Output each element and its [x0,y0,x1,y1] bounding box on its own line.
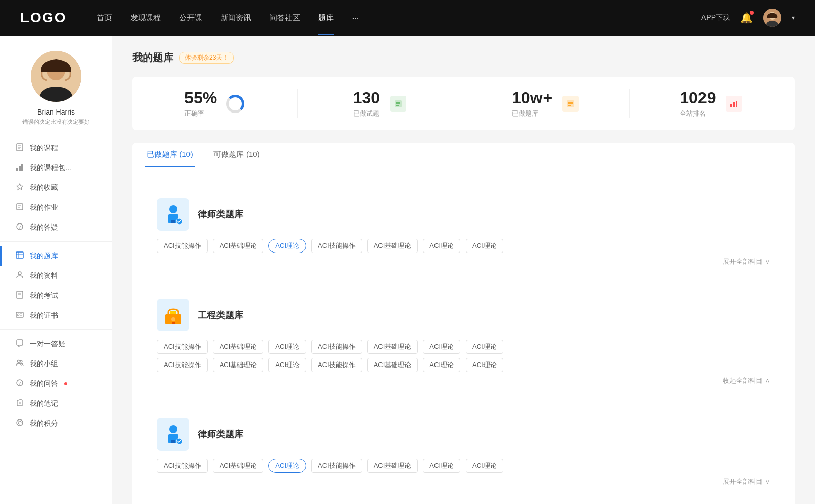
qbank-3-tag-4[interactable]: ACI基础理论 [367,459,418,473]
svg-point-31 [20,360,22,362]
donut-chart-icon [226,95,244,113]
sidebar-item-notes[interactable]: 我的笔记 [0,394,112,413]
sidebar-divider-2 [0,329,112,330]
profile-icon [15,271,24,281]
sidebar-item-homework[interactable]: 我的作业 [0,198,112,217]
svg-rect-19 [16,252,23,258]
nav-logo: LOGO [20,10,66,26]
qbank-1-icon [157,198,189,231]
qbank-1-tags: ACI技能操作 ACI基础理论 ACI理论 ACI技能操作 ACI基础理论 AC… [157,239,770,253]
qbank-1-expand[interactable]: 展开全部科目 ∨ [157,257,770,266]
sidebar-item-points[interactable]: 我的积分 [0,413,112,433]
qbank-3-tag-3[interactable]: ACI技能操作 [311,459,362,473]
sidebar-item-qbank[interactable]: 我的题库 [0,246,112,266]
qbank-2-tag-r2-0[interactable]: ACI技能操作 [157,358,208,372]
qbank-icon [15,251,24,261]
sidebar-item-groups[interactable]: 我的小组 [0,354,112,374]
qbank-3-expand[interactable]: 展开全部科目 ∨ [157,477,770,486]
tab-done-banks[interactable]: 已做题库 (10) [145,143,195,167]
avatar-image [763,9,781,27]
qbank-2-tag-r2-1[interactable]: ACI基础理论 [213,358,264,372]
stat-done-questions-icon [388,94,409,114]
sidebar-item-questions[interactable]: ? 我的答疑 [0,217,112,237]
stat-accuracy: 55% 正确率 [132,89,298,118]
qbank-2-collapse[interactable]: 收起全部科目 ∧ [157,376,770,385]
svg-rect-59 [171,440,175,443]
stat-done-banks-value: 10w+ [512,89,552,107]
stat-done-banks: 10w+ 已做题库 [464,89,630,118]
nav-link-more[interactable]: ··· [352,13,359,23]
qbank-2-tag-r2-2[interactable]: ACI理论 [268,358,306,372]
qbank-2-tag-r2-5[interactable]: ACI理论 [423,358,460,372]
nav-right: APP下载 🔔 ▾ [701,9,795,27]
qbank-3-tag-5[interactable]: ACI理论 [423,459,460,473]
qbank-1-tag-5[interactable]: ACI理论 [423,239,460,253]
svg-point-36 [17,419,23,426]
stat-done-questions-value: 130 [353,89,380,107]
sidebar-item-profile[interactable]: 我的资料 [0,266,112,286]
qbank-3-tag-2[interactable]: ACI理论 [268,459,306,473]
sidebar-item-my-qa[interactable]: ? 我的问答 [0,374,112,394]
qbank-1-tag-0[interactable]: ACI技能操作 [157,239,208,253]
page-layout: Brian Harris 错误的决定比没有决定要好 我的课程 我的课程包... … [0,36,815,504]
qbank-1-tag-3[interactable]: ACI技能操作 [311,239,362,253]
qbank-2-tag-r2-6[interactable]: ACI理论 [466,358,503,372]
profile-motto: 错误的决定比没有决定要好 [12,118,100,126]
sidebar-item-tutoring[interactable]: 一对一答疑 [0,334,112,354]
nav-link-home[interactable]: 首页 [97,13,112,23]
qbank-2-tag-r1-3[interactable]: ACI技能操作 [311,340,362,354]
svg-point-30 [18,360,20,363]
qbank-1-tag-2[interactable]: ACI理论 [268,239,306,253]
qbank-1-tag-4[interactable]: ACI基础理论 [367,239,418,253]
sidebar-item-certificates[interactable]: 我的证书 [0,305,112,325]
qbank-2-tag-r2-3[interactable]: ACI技能操作 [311,358,362,372]
svg-marker-13 [17,184,23,190]
qbank-1-tag-6[interactable]: ACI理论 [466,239,503,253]
sidebar-item-my-courses[interactable]: 我的课程 [0,138,112,158]
qbank-3-tag-6[interactable]: ACI理论 [466,459,503,473]
qbank-1-tag-1[interactable]: ACI基础理论 [213,239,264,253]
stat-site-rank-icon [724,94,744,114]
sidebar-item-my-packages[interactable]: 我的课程包... [0,158,112,178]
notification-bell[interactable]: 🔔 [740,12,753,24]
qbank-2-tag-r1-6[interactable]: ACI理论 [466,340,503,354]
qbank-2-icon [157,299,189,331]
qa-badge [64,382,67,385]
nav-link-news[interactable]: 新闻资讯 [221,13,251,23]
svg-rect-11 [19,166,21,171]
user-avatar[interactable] [763,9,781,27]
qbank-2-tag-r1-5[interactable]: ACI理论 [423,340,460,354]
tabs-bar: 已做题库 (10) 可做题库 (10) [132,143,795,167]
sidebar-item-favorites[interactable]: 我的收藏 [0,178,112,198]
qbank-2-tag-r2-4[interactable]: ACI基础理论 [367,358,418,372]
app-download-button[interactable]: APP下载 [701,13,730,22]
nav-link-qa[interactable]: 问答社区 [269,13,300,23]
stat-site-rank: 1029 全站排名 [630,89,795,118]
sidebar-label-profile: 我的资料 [30,271,58,281]
sidebar-label-my-packages: 我的课程包... [30,163,71,173]
exams-icon [15,291,24,300]
nav-link-qbank[interactable]: 题库 [318,13,334,23]
stat-done-questions-label: 已做试题 [353,109,380,118]
tab-available-banks[interactable]: 可做题库 (10) [211,143,262,167]
svg-rect-51 [171,220,175,223]
points-icon [15,418,24,428]
qbank-3-tag-0[interactable]: ACI技能操作 [157,459,208,473]
user-dropdown-arrow[interactable]: ▾ [792,14,795,21]
qbank-2-tag-r1-4[interactable]: ACI基础理论 [367,340,418,354]
svg-point-49 [169,205,177,213]
nav-links: 首页 发现课程 公开课 新闻资讯 问答社区 题库 ··· [97,13,701,23]
stats-row: 55% 正确率 130 已做试题 [132,77,795,130]
qbank-2-tag-r1-2[interactable]: ACI理论 [268,340,306,354]
qbank-2-tags-row2: ACI技能操作 ACI基础理论 ACI理论 ACI技能操作 ACI基础理论 AC… [157,358,770,372]
qbank-2-tag-r1-0[interactable]: ACI技能操作 [157,340,208,354]
qbank-2-title: 工程类题库 [198,309,243,321]
nav-link-opencourse[interactable]: 公开课 [179,13,202,23]
qbank-3-tag-1[interactable]: ACI基础理论 [213,459,264,473]
nav-link-discover[interactable]: 发现课程 [130,13,161,23]
content-area: 已做题库 (10) 可做题库 (10) [132,143,795,504]
qbank-2-tag-r1-1[interactable]: ACI基础理论 [213,340,264,354]
sidebar-item-exams[interactable]: 我的考试 [0,286,112,305]
qbank-3-header: 律师类题库 [157,418,770,451]
stat-site-rank-label: 全站排名 [680,109,716,118]
